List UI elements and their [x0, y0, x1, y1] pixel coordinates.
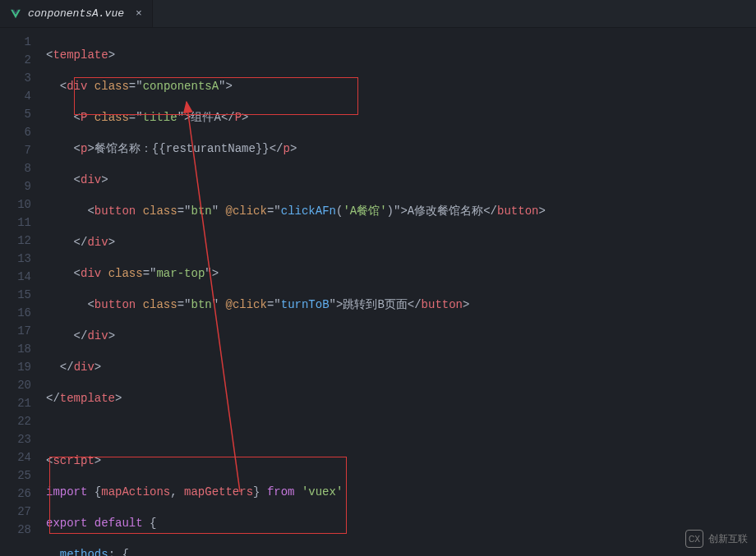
line-number: 27: [0, 503, 31, 521]
code-line: <p>餐馆名称：{{resturantName}}</p>: [46, 140, 756, 158]
tab-file[interactable]: conponentsA.vue ×: [0, 0, 153, 27]
line-number: 2: [0, 51, 31, 69]
tab-bar: conponentsA.vue ×: [0, 0, 756, 28]
code-line: <div class="mar-top">: [46, 264, 756, 283]
line-number: 1: [0, 33, 31, 51]
code-line: </div>: [46, 327, 756, 345]
line-number: 14: [0, 268, 31, 286]
vue-icon: [10, 8, 21, 20]
code-line: import {mapActions, mapGetters} from 'vu…: [46, 483, 756, 501]
code-line: [46, 420, 756, 439]
watermark-text: 创新互联: [708, 532, 748, 546]
line-number: 20: [0, 376, 31, 394]
line-number: 7: [0, 141, 31, 159]
line-number: 5: [0, 105, 31, 123]
code-line: <template>: [46, 46, 756, 64]
code-line: <button class="btn" @click="turnToB">跳转到…: [46, 296, 756, 314]
code-line: methods: {: [46, 545, 756, 556]
line-number: 4: [0, 87, 31, 105]
line-number: 28: [0, 521, 31, 539]
line-number: 13: [0, 250, 31, 268]
code-area[interactable]: <template> <div class="conponentsA"> <P …: [46, 28, 756, 556]
watermark-logo: CX: [685, 530, 703, 548]
code-line: <P class="title">组件A</P>: [46, 108, 756, 126]
watermark: CX 创新互联: [685, 530, 748, 548]
line-number: 26: [0, 485, 31, 503]
code-line: <div>: [46, 171, 756, 189]
line-number: 25: [0, 466, 31, 485]
line-number: 8: [0, 159, 31, 177]
code-line: </div>: [46, 233, 756, 251]
code-line: </div>: [46, 358, 756, 376]
code-line: <button class="btn" @click="clickAFn('A餐…: [46, 202, 756, 220]
line-number: 12: [0, 232, 31, 250]
line-number: 23: [0, 430, 31, 448]
line-number: 22: [0, 412, 31, 430]
line-number: 6: [0, 123, 31, 141]
close-icon[interactable]: ×: [136, 7, 142, 20]
line-number: 15: [0, 286, 31, 304]
code-line: export default {: [46, 514, 756, 532]
line-number: 3: [0, 69, 31, 87]
line-number: 10: [0, 195, 31, 214]
code-line: <script>: [46, 452, 756, 470]
line-number: 18: [0, 340, 31, 358]
line-number: 19: [0, 358, 31, 376]
line-number: 24: [0, 448, 31, 466]
line-number: 9: [0, 177, 31, 195]
line-number: 17: [0, 322, 31, 340]
gutter: 1 2 3 4 5 6 7 8 9 10 11 12 13 14 15 16 1…: [0, 28, 46, 556]
line-number: 16: [0, 304, 31, 322]
line-number: 11: [0, 214, 31, 232]
line-number: 21: [0, 394, 31, 412]
tab-filename: conponentsA.vue: [28, 7, 124, 20]
editor[interactable]: 1 2 3 4 5 6 7 8 9 10 11 12 13 14 15 16 1…: [0, 28, 756, 556]
code-line: <div class="conponentsA">: [46, 77, 756, 95]
code-line: </template>: [46, 389, 756, 407]
